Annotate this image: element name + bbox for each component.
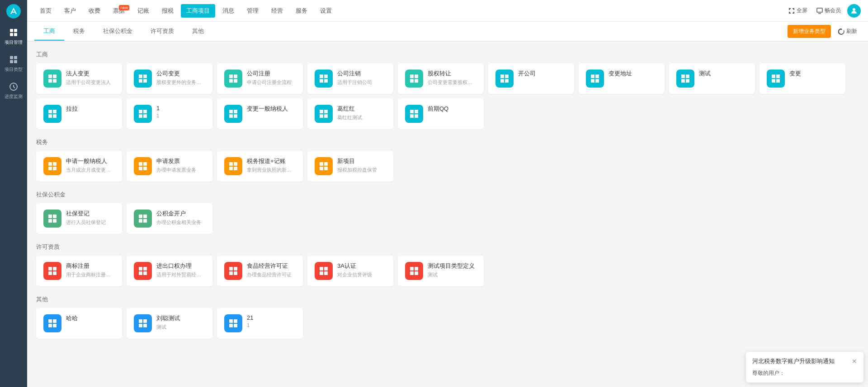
card-liupeng-ceshi[interactable]: 刘聪测试 测试 bbox=[127, 308, 212, 339]
svg-rect-14 bbox=[48, 79, 52, 83]
svg-rect-75 bbox=[143, 167, 147, 170]
card-gongjijin-kaihu[interactable]: 公积金开户 办理公积金相关业务 bbox=[127, 203, 212, 234]
svg-rect-4 bbox=[14, 33, 17, 36]
section-title-gongshang-section: 工商 bbox=[36, 51, 859, 59]
fullscreen-button[interactable]: 全屏 bbox=[786, 5, 810, 16]
card-text-ceshi: 测试 bbox=[699, 70, 748, 79]
svg-rect-105 bbox=[324, 267, 328, 270]
card-text-shenqing-fapiao: 申请发票 办理申请发票业务 bbox=[156, 157, 205, 173]
cards-grid-xuke-section: 商标注册 用于企业商标注册服务 进出口权办理 适用于对外贸易经营者 食品经营许可… bbox=[36, 256, 859, 286]
sidebar-item-project-type[interactable]: 项目类型 bbox=[0, 50, 27, 77]
nav-item-operation[interactable]: 经营 bbox=[266, 4, 288, 18]
card-shangbiao-zhuce[interactable]: 商标注册 用于企业商标注册服务 bbox=[36, 256, 122, 286]
svg-rect-82 bbox=[320, 167, 323, 170]
notification-close-button[interactable]: ✕ bbox=[852, 358, 857, 365]
card-shenqing-yibanshuiren[interactable]: 申请一般纳税人 当月或次月成变更完成 bbox=[36, 151, 122, 182]
tab-xuke[interactable]: 许可资质 bbox=[142, 23, 183, 41]
nav-item-settings[interactable]: 设置 bbox=[315, 4, 337, 18]
card-xin-xiangmu[interactable]: 新项目 报税加税控盘保管 bbox=[307, 151, 393, 182]
card-icon-liupeng-ceshi bbox=[134, 314, 152, 332]
card-num1[interactable]: 1 1 bbox=[127, 98, 212, 129]
svg-rect-89 bbox=[143, 214, 147, 218]
card-shuiwu-baodao[interactable]: 税务报道+记账 拿到营业执照的新公司 bbox=[217, 151, 303, 182]
card-text-3a-renzheng: 3A认证 对企业信誉评级 bbox=[337, 262, 386, 278]
nav-item-service[interactable]: 服务 bbox=[290, 4, 313, 18]
refresh-button[interactable]: 刷新 bbox=[835, 25, 861, 38]
nav-item-home[interactable]: 首页 bbox=[34, 4, 57, 18]
nav-item-industry[interactable]: 工商项目 bbox=[181, 4, 215, 18]
card-gongsi-zhuce[interactable]: 公司注册 申请公司注册全流程 bbox=[217, 63, 303, 94]
nav-item-tickets[interactable]: 票据 new bbox=[108, 4, 130, 18]
svg-rect-15 bbox=[53, 79, 57, 83]
tab-other[interactable]: 其他 bbox=[183, 23, 213, 41]
card-mohong[interactable]: 葛红红 葛红红测试 bbox=[307, 98, 393, 129]
nav-item-tax[interactable]: 报税 bbox=[156, 4, 179, 18]
svg-rect-56 bbox=[229, 110, 233, 113]
tab-gongshang[interactable]: 工商 bbox=[34, 23, 64, 41]
card-ceshi[interactable]: 测试 bbox=[669, 63, 755, 94]
member-label: 畅会员 bbox=[825, 7, 841, 14]
card-num21[interactable]: 21 1 bbox=[217, 308, 303, 339]
svg-rect-10 bbox=[817, 8, 822, 12]
new-type-button[interactable]: 新增业务类型 bbox=[788, 25, 831, 38]
nav-item-message[interactable]: 消息 bbox=[217, 4, 240, 18]
card-shipin-jingying[interactable]: 食品经营许可证 办理食品经营许可证 bbox=[217, 256, 303, 286]
card-desc-gongsi-zhuxiao: 适用于注销公司 bbox=[337, 79, 386, 86]
svg-rect-52 bbox=[139, 110, 142, 113]
svg-rect-41 bbox=[686, 75, 689, 78]
card-text-kai-gongsi: 开公司 bbox=[518, 70, 567, 79]
tab-shuiwu[interactable]: 税务 bbox=[64, 23, 94, 41]
nav-item-accounting[interactable]: 记账 bbox=[132, 4, 155, 18]
card-text-shuiwu-baodao: 税务报道+记账 拿到营业执照的新公司 bbox=[247, 157, 296, 173]
section-shebao-section: 社保公积金 社保登记 进行人员社保登记 公积金开户 办理公积金相关业务 bbox=[36, 191, 859, 234]
svg-rect-2 bbox=[14, 29, 17, 32]
tab-shebao[interactable]: 社保公积金 bbox=[94, 23, 142, 41]
card-title-biangeng-dizhi: 变更地址 bbox=[609, 70, 657, 78]
card-icon-gongsi-zhuce bbox=[224, 70, 242, 88]
card-guquan-zhuanrang[interactable]: 股权转让 公司变更需要股权转让 bbox=[398, 63, 484, 94]
card-3a-renzheng[interactable]: 3A认证 对企业信誉评级 bbox=[307, 256, 393, 286]
svg-rect-84 bbox=[48, 214, 52, 218]
svg-rect-44 bbox=[772, 75, 775, 78]
card-desc-shuiwu-baodao: 拿到营业执照的新公司 bbox=[247, 167, 296, 173]
card-title-faren-biangeng: 法人变更 bbox=[66, 70, 115, 78]
card-kai-gongsi[interactable]: 开公司 bbox=[488, 63, 574, 94]
card-title-3a-renzheng: 3A认证 bbox=[337, 262, 386, 270]
card-gongsi-zhuxiao[interactable]: 公司注销 适用于注销公司 bbox=[307, 63, 393, 94]
card-biangeng-yibanshuiren[interactable]: 变更一般纳税人 bbox=[217, 98, 303, 129]
card-text-lala: 拉拉 bbox=[66, 105, 115, 114]
svg-rect-78 bbox=[229, 167, 233, 170]
user-avatar[interactable] bbox=[847, 4, 861, 18]
svg-rect-107 bbox=[324, 271, 328, 275]
card-haha[interactable]: 哈哈 bbox=[36, 308, 122, 339]
card-desc-num1: 1 bbox=[156, 113, 205, 118]
nav-item-manage[interactable]: 管理 bbox=[241, 4, 264, 18]
card-jinchukou-banli[interactable]: 进出口权办理 适用于对外贸易经营者 bbox=[127, 256, 212, 286]
card-title-gongsi-zhuce: 公司注册 bbox=[247, 70, 296, 78]
card-faren-biangeng[interactable]: 法人变更 适用于公司变更法人 bbox=[36, 63, 122, 94]
nav-item-billing[interactable]: 收费 bbox=[83, 4, 106, 18]
card-biangeng-dizhi[interactable]: 变更地址 bbox=[579, 63, 665, 94]
card-lala[interactable]: 拉拉 bbox=[36, 98, 122, 129]
card-desc-shangbiao-zhuce: 用于企业商标注册服务 bbox=[66, 271, 115, 278]
svg-rect-1 bbox=[10, 29, 13, 32]
svg-rect-66 bbox=[410, 114, 414, 118]
card-icon-shangbiao-zhuce bbox=[43, 262, 61, 280]
card-ceshi-xiangmuleixing[interactable]: 测试项目类型定义 测试 bbox=[398, 256, 484, 286]
card-text-jinchukou-banli: 进出口权办理 适用于对外贸易经营者 bbox=[156, 262, 205, 278]
card-shenqing-fapiao[interactable]: 申请发票 办理申请发票业务 bbox=[127, 151, 212, 182]
svg-rect-36 bbox=[591, 75, 594, 78]
card-shebao-dengji[interactable]: 社保登记 进行人员社保登记 bbox=[36, 203, 122, 234]
card-biangeng2[interactable]: 变更 bbox=[760, 63, 845, 94]
svg-rect-38 bbox=[591, 79, 594, 83]
svg-rect-79 bbox=[234, 167, 237, 170]
svg-rect-64 bbox=[410, 110, 414, 113]
card-qianqi-qq[interactable]: 前期QQ bbox=[398, 98, 484, 129]
member-button[interactable]: 畅会员 bbox=[814, 5, 844, 16]
card-text-faren-biangeng: 法人变更 适用于公司变更法人 bbox=[66, 70, 115, 86]
sidebar-item-project-manage[interactable]: 项目管理 bbox=[0, 23, 27, 50]
sidebar-item-progress-monitor[interactable]: 进度监测 bbox=[0, 77, 27, 104]
card-icon-haha bbox=[43, 314, 61, 332]
card-gongsi-biangeng[interactable]: 公司变更 股权变更外的业务变更 bbox=[127, 63, 212, 94]
nav-item-customer[interactable]: 客户 bbox=[59, 4, 81, 18]
